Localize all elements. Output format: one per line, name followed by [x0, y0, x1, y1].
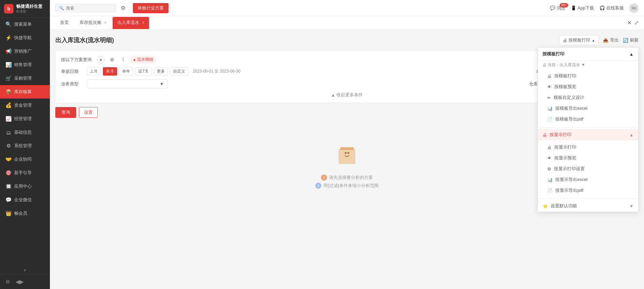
template-pdf-item[interactable]: 📄 按模板导出pdf — [538, 114, 638, 125]
app-download-button[interactable]: 📱 App下载 — [571, 5, 594, 11]
default-func-expand-icon: ▼ — [629, 204, 634, 209]
sidebar-item-appcenter[interactable]: 🔲 应用中心 — [0, 180, 50, 193]
sidebar-item-shortcut[interactable]: ⚡ 快捷导航 — [0, 31, 50, 45]
query-button[interactable]: 查询 — [55, 107, 76, 118]
tag-label: 流水明细 — [137, 57, 153, 62]
sidebar-item-cooperation[interactable]: 🤝 企业协同 — [0, 153, 50, 166]
sidebar-item-sales[interactable]: 📊 销售管理 — [0, 58, 50, 72]
sidebar-item-guide[interactable]: 🎯 新手引导 — [0, 166, 50, 180]
template-print-item[interactable]: 🖨 按模板打印 — [538, 71, 638, 81]
display-printer-icon: 🖨 — [547, 145, 552, 150]
user-avatar[interactable]: Rit — [629, 3, 639, 13]
sidebar-item-wecom[interactable]: 💬 企业微信 — [0, 193, 50, 207]
sidebar-item-label: 畅会员 — [14, 210, 27, 216]
header-gear-button[interactable]: ⚙ — [119, 3, 127, 12]
scheme-tag[interactable]: ● 流水明细 — [130, 56, 156, 63]
display-print-section-header[interactable]: 🖨 按显示打印 ▲ — [538, 129, 638, 140]
tab-bar-expand-icon[interactable]: ⤢ — [634, 20, 639, 26]
template-excel-item[interactable]: 📊 按模板导出excel — [538, 103, 638, 114]
date-custom[interactable]: 自定义 — [170, 67, 188, 76]
print-dropdown-panel: 按模板打印 ▲ 🖨 当前：出入库流水 ▼ 🖨 按模板打印 👁 按模板预览 — [537, 47, 639, 212]
sidebar-item-label: 销售管理 — [14, 62, 32, 68]
date-last-7days[interactable]: 近7天 — [135, 67, 152, 76]
display-preview-icon: 👁 — [547, 156, 552, 161]
refresh-btn-label: 刷新 — [630, 37, 639, 43]
sidebar-item-system[interactable]: ⚙ 系统管理 — [0, 139, 50, 153]
tab-bar-close-icon[interactable]: ✕ — [627, 20, 632, 26]
sidebar-item-label: 搜索菜单 — [14, 21, 32, 27]
collapse-left-button[interactable]: 《 — [120, 57, 124, 63]
avatar-text: Rit — [632, 6, 636, 10]
column-settings-button[interactable]: 设置 — [79, 107, 98, 118]
sidebar-item-operations[interactable]: 📈 经营管理 — [0, 112, 50, 126]
sidebar-item-label: 应用中心 — [14, 183, 32, 189]
template-preview-item[interactable]: 👁 按模板预览 — [538, 81, 638, 92]
collapse-sidebar-icon[interactable]: ◀▶ — [16, 279, 24, 285]
refresh-button[interactable]: 🔄 刷新 — [623, 37, 639, 43]
settings-footer-icon[interactable]: ⚙ — [5, 279, 10, 285]
export-btn-label: 导出 — [610, 37, 619, 43]
sidebar-item-label: 企业微信 — [14, 197, 32, 203]
hint-text-1: 请先选择要分析的方案 — [329, 175, 373, 181]
date-more[interactable]: 更多 — [154, 67, 168, 76]
current-label-text: 当前：出入库流水 — [548, 62, 580, 67]
display-pdf-icon: 📄 — [547, 188, 553, 193]
message-icon: 💬 — [550, 5, 555, 10]
header-right-actions: 💬 消息 99+ 📱 App下载 🎧 在线客服 Rit — [550, 3, 639, 13]
sidebar-item-search[interactable]: 🔍 搜索菜单 — [0, 18, 50, 31]
dropdown-collapse-icon[interactable]: ▲ — [629, 52, 634, 57]
display-preview-item[interactable]: 👁 按显示预览 — [538, 153, 638, 163]
display-excel-item[interactable]: 📊 按显示导出excel — [538, 174, 638, 185]
date-options: 上月 本月 本年 近7天 更多 自定义 2023-06-01 至 2023-06… — [87, 67, 240, 76]
print-icon: 🖨 — [563, 38, 567, 43]
export-button[interactable]: 📤 导出 — [603, 37, 619, 43]
business-type-select[interactable]: ▼ — [87, 79, 168, 88]
date-last-month[interactable]: 上月 — [87, 67, 101, 76]
sidebar-item-purchase[interactable]: 🛒 采购管理 — [0, 72, 50, 85]
date-filter-label: 单据日期 — [61, 69, 81, 75]
business-type-label: 业务类型 — [61, 81, 81, 87]
tab-home[interactable]: 首页 — [55, 17, 74, 29]
online-service-button[interactable]: 🎧 在线客服 — [599, 5, 624, 11]
hint-number-1: 1 — [321, 175, 327, 181]
display-print-label: 按显示打印 — [554, 144, 576, 150]
tab-batch-close[interactable]: × — [104, 20, 107, 25]
date-current-year[interactable]: 本年 — [119, 67, 133, 76]
page-content: 出入库流水(流水明细) 🖨 按模板打印 ▲ 📤 导出 🔄 刷新 — [50, 30, 644, 289]
scheme-settings-button[interactable]: ⚙ — [110, 57, 114, 62]
finance-icon: 💰 — [5, 102, 11, 108]
tab-flow-close[interactable]: × — [142, 20, 144, 25]
purchase-icon: 🛒 — [5, 75, 11, 81]
sidebar-scroll-down[interactable]: ▼ — [0, 267, 50, 274]
template-custom-item[interactable]: ✏ 模板自定义设计 — [538, 92, 638, 103]
display-settings-item[interactable]: ⚙ 按显示打印设置 — [538, 163, 638, 174]
sidebar-item-label: 新手引导 — [14, 170, 32, 176]
sidebar-item-marketing[interactable]: 📢 营销推广 — [0, 45, 50, 58]
refresh-icon: 🔄 — [623, 38, 628, 43]
sidebar-item-basic[interactable]: 🗂 基础信息 — [0, 126, 50, 139]
operations-icon: 📈 — [5, 116, 11, 122]
display-pdf-item[interactable]: 📄 按显示导出pdf — [538, 185, 638, 196]
date-current-month[interactable]: 本月 — [103, 67, 117, 76]
search-bar[interactable]: 🔍 — [55, 4, 116, 12]
default-func-item[interactable]: ⭐ 设置默认功能 ▼ — [538, 200, 638, 212]
print-template-button[interactable]: 🖨 按模板打印 ▲ — [559, 35, 599, 45]
sidebar-item-inventory[interactable]: 📦 库存核算 — [0, 85, 50, 99]
display-print-item[interactable]: 🖨 按显示打印 — [538, 142, 638, 153]
shortcut-icon: ⚡ — [5, 35, 11, 41]
add-scheme-button[interactable]: + — [97, 56, 105, 63]
page-title-actions: 🖨 按模板打印 ▲ 📤 导出 🔄 刷新 — [559, 35, 639, 45]
sidebar-item-member[interactable]: 👑 畅会员 — [0, 207, 50, 220]
tab-bar-right: ✕ ⤢ — [627, 20, 639, 26]
search-input[interactable] — [66, 6, 110, 10]
scroll-down-btn[interactable]: ▼ — [23, 268, 27, 273]
sidebar-item-finance[interactable]: 💰 资金管理 — [0, 99, 50, 112]
display-section-collapse-icon: ▲ — [629, 132, 634, 137]
tab-batch[interactable]: 库存批次账 × — [75, 17, 111, 29]
app-logo-text: 畅捷通好生意 标准版 — [16, 4, 42, 14]
tab-flow[interactable]: 出入库流水 × — [113, 17, 149, 29]
app-edition: 标准版 — [16, 9, 42, 14]
current-expand-icon: ▼ — [581, 62, 585, 67]
message-button[interactable]: 💬 消息 99+ — [550, 5, 565, 11]
industry-solution-button[interactable]: 体验行业方案 — [133, 3, 169, 13]
